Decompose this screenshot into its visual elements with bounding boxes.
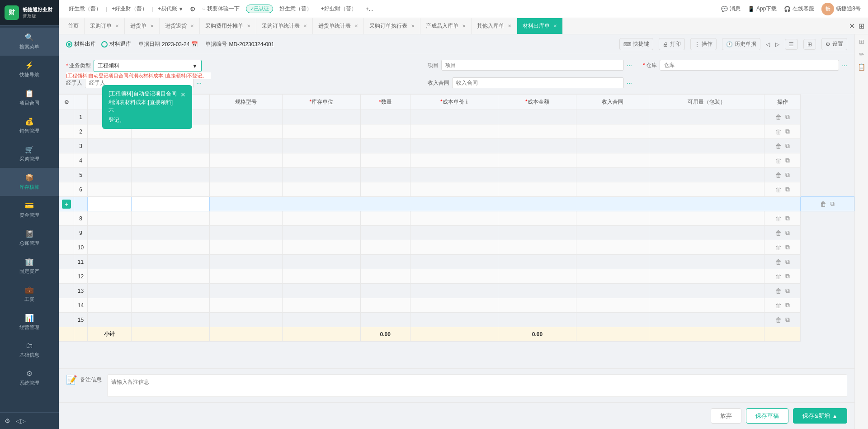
add-row-col2[interactable] — [132, 197, 210, 211]
row-available[interactable] — [649, 313, 764, 327]
print-btn[interactable]: 🖨 打印 — [659, 38, 685, 50]
delete-icon[interactable]: 🗑 — [775, 302, 782, 309]
row-unit[interactable] — [282, 298, 360, 313]
row-unit[interactable] — [282, 269, 360, 284]
history-btn[interactable]: 🕐 历史单据 — [722, 38, 760, 50]
add-row-button[interactable]: + — [62, 200, 71, 209]
row-unit[interactable] — [282, 182, 360, 197]
row-unit[interactable] — [282, 255, 360, 269]
add-row-col1[interactable] — [88, 197, 132, 211]
sidebar-item-finance[interactable]: 💳 资金管理 — [0, 196, 59, 224]
settings-btn[interactable]: ⚙ 设置 — [821, 38, 847, 50]
row-cost-amount[interactable] — [498, 168, 576, 182]
online-service-btn[interactable]: 🎧 在线客服 — [784, 5, 814, 13]
row-cost-price[interactable] — [410, 153, 498, 168]
delete-icon[interactable]: 🗑 — [820, 200, 826, 208]
sidebar-item-assets[interactable]: 🏢 固定资产 — [0, 252, 59, 280]
row-income-contract[interactable] — [576, 168, 649, 182]
project-dots[interactable]: ··· — [627, 62, 632, 69]
row-cost-price[interactable] — [410, 269, 498, 284]
row-cost-price[interactable] — [410, 284, 498, 298]
row-material[interactable] — [132, 284, 210, 298]
row-material[interactable] — [132, 153, 210, 168]
row-cost-price[interactable] — [410, 226, 498, 240]
row-spec[interactable] — [210, 269, 283, 284]
delete-icon[interactable]: 🗑 — [775, 114, 782, 121]
row-quantity[interactable] — [360, 255, 410, 269]
row-spec[interactable] — [210, 168, 283, 182]
row-cost-amount[interactable] — [498, 284, 576, 298]
copy-icon[interactable]: ⧉ — [785, 186, 790, 193]
sidebar-item-basic[interactable]: 🗂 基础信息 — [0, 336, 59, 364]
row-cost-price[interactable] — [410, 182, 498, 197]
row-spec[interactable] — [210, 124, 283, 139]
row-quantity[interactable] — [360, 226, 410, 240]
sidebar-item-shortcut[interactable]: ⚡ 快捷导航 — [0, 56, 59, 84]
tab-purchase-order-close[interactable]: ✕ — [115, 24, 119, 29]
tab-product-in-close[interactable]: ✕ — [462, 24, 466, 29]
nav-good-finance2[interactable]: +好业财（普） — [318, 4, 359, 14]
cost-price-info-icon[interactable]: ℹ — [466, 99, 468, 105]
row-quantity[interactable] — [360, 240, 410, 255]
tooltip-close-icon[interactable]: ✕ — [180, 90, 186, 100]
row-cost-amount[interactable] — [498, 110, 576, 124]
row-quantity[interactable] — [360, 269, 410, 284]
user-profile[interactable]: 畅 畅捷通8号 — [821, 3, 861, 15]
row-income-contract[interactable] — [576, 226, 649, 240]
operation-btn[interactable]: ⋮ 操作 — [690, 38, 717, 50]
delete-icon[interactable]: 🗑 — [775, 128, 782, 135]
copy-icon[interactable]: ⧉ — [785, 316, 790, 324]
row-quantity[interactable] — [360, 124, 410, 139]
nav-good-business2[interactable]: 好生意（普） — [277, 4, 315, 14]
row-project[interactable] — [88, 139, 132, 153]
copy-icon[interactable]: ⧉ — [785, 142, 790, 150]
row-cost-price[interactable] — [410, 168, 498, 182]
message-btn[interactable]: 💬 消息 — [721, 5, 741, 13]
delete-icon[interactable]: 🗑 — [775, 273, 782, 280]
row-cost-amount[interactable] — [498, 182, 576, 197]
row-project[interactable] — [88, 298, 132, 313]
row-project[interactable] — [88, 168, 132, 182]
copy-icon[interactable]: ⧉ — [785, 229, 790, 237]
discard-button[interactable]: 放弃 — [711, 408, 741, 424]
tab-purchase-exec[interactable]: 采购订单执行表 ✕ — [364, 18, 420, 34]
row-unit[interactable] — [282, 313, 360, 327]
row-available[interactable] — [649, 255, 764, 269]
project-input[interactable] — [441, 60, 624, 71]
copy-icon[interactable]: ⧉ — [785, 301, 790, 309]
tab-purchase-exec-close[interactable]: ✕ — [411, 24, 415, 29]
row-material[interactable] — [132, 211, 210, 226]
row-unit[interactable] — [282, 110, 360, 124]
row-spec[interactable] — [210, 298, 283, 313]
row-quantity[interactable] — [360, 182, 410, 197]
row-available[interactable] — [649, 110, 764, 124]
row-quantity[interactable] — [360, 284, 410, 298]
row-quantity[interactable] — [360, 298, 410, 313]
row-spec[interactable] — [210, 110, 283, 124]
warehouse-dots[interactable]: ··· — [842, 62, 847, 69]
row-quantity[interactable] — [360, 211, 410, 226]
handler-dots[interactable]: ··· — [196, 79, 202, 86]
row-available[interactable] — [649, 226, 764, 240]
copy-icon[interactable]: ⧉ — [785, 258, 790, 266]
row-spec[interactable] — [210, 284, 283, 298]
tab-purchase-expense[interactable]: 采购费用分摊单 ✕ — [200, 18, 256, 34]
row-cost-price[interactable] — [410, 110, 498, 124]
row-unit[interactable] — [282, 139, 360, 153]
delete-icon[interactable]: 🗑 — [775, 244, 782, 251]
row-cost-amount[interactable] — [498, 153, 576, 168]
delete-icon[interactable]: 🗑 — [775, 215, 782, 222]
business-type-select[interactable]: 工程领料 ▼ — [94, 60, 202, 72]
row-income-contract[interactable] — [576, 211, 649, 226]
row-material[interactable] — [132, 298, 210, 313]
row-spec[interactable] — [210, 240, 283, 255]
sidebar-item-search[interactable]: 🔍 搜索菜单 — [0, 28, 59, 56]
row-cost-amount[interactable] — [498, 313, 576, 327]
row-cost-price[interactable] — [410, 313, 498, 327]
copy-icon[interactable]: ⧉ — [785, 113, 790, 121]
delete-icon[interactable]: 🗑 — [775, 287, 782, 295]
copy-icon[interactable]: ⧉ — [785, 272, 790, 280]
row-available[interactable] — [649, 298, 764, 313]
tab-material-out-close[interactable]: ✕ — [553, 24, 557, 29]
sidebar-item-system[interactable]: ⚙ 系统管理 — [0, 364, 59, 392]
